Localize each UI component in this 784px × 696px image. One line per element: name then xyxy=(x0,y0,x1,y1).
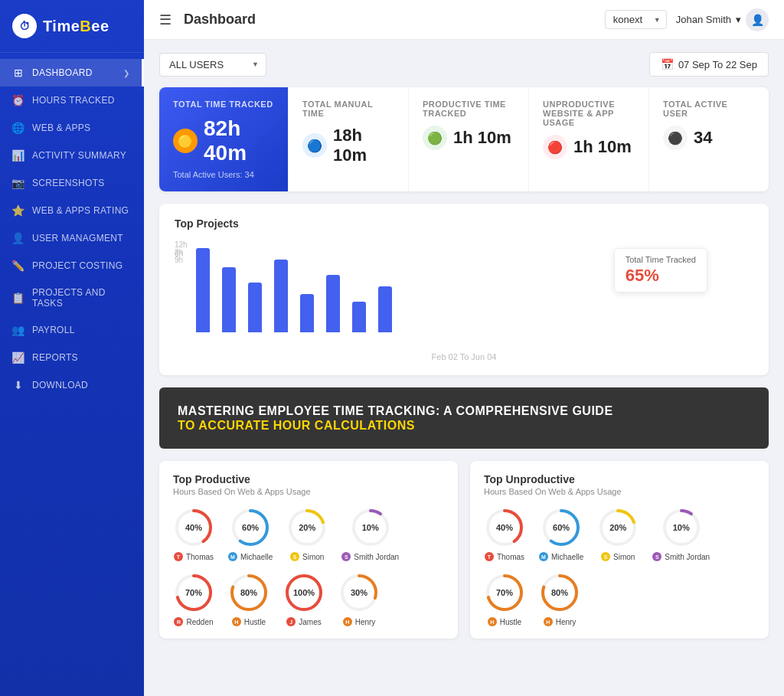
circle-wrap: 80% xyxy=(228,572,270,613)
chart-bar-5 xyxy=(326,275,340,332)
chart-bar-7 xyxy=(378,286,392,332)
circle-item-henry: 80% H Henry xyxy=(539,572,580,626)
circle-user-name: Thomas xyxy=(497,553,524,561)
circle-percent: 30% xyxy=(338,572,380,613)
stat-card-productive-time: Productive Time Tracked 🟢 1h 10m xyxy=(409,87,529,191)
chart-title: Top Projects xyxy=(175,217,753,230)
stat-icon: 🔵 xyxy=(302,133,327,158)
circle-wrap: 80% xyxy=(539,572,580,613)
circle-wrap: 20% xyxy=(286,507,328,548)
circle-item-simon: 20% S Simon xyxy=(597,507,639,561)
productive-circle-grid: 40% T Thomas 60% M Michaelle xyxy=(173,507,444,626)
sidebar-item-projects-tasks[interactable]: 📋 PROJECTS AND TASKS xyxy=(0,279,144,316)
chart-overlay: Total Time Tracked 65% xyxy=(614,248,707,292)
top-unproductive-card: Top Unproductive Hours Based On Web & Ap… xyxy=(470,461,769,639)
sidebar-item-user-management[interactable]: 👤 USER MANAGMENT xyxy=(0,224,144,252)
chart-bar-6 xyxy=(352,302,366,332)
nav-label-payroll: PAYROLL xyxy=(32,325,75,335)
sidebar-item-web-apps-rating[interactable]: ⭐ WEB & APPS RATING xyxy=(0,197,144,224)
sidebar-item-reports[interactable]: 📈 REPORTS xyxy=(0,344,144,371)
user-name: Johan Smith xyxy=(676,14,731,25)
sidebar: ⏱ TimeBee ⊞ DASHBOARD ❯ ⏰ HOURS TRACKED … xyxy=(0,0,144,696)
circle-wrap: 60% xyxy=(541,507,582,548)
nav-icon-project-costing: ✏️ xyxy=(12,260,24,272)
circle-user-name: Michaelle xyxy=(240,553,273,561)
circle-item-redden: 70% R Redden xyxy=(173,572,214,626)
circle-percent: 100% xyxy=(283,572,325,613)
user-dropdown-icon: ▾ xyxy=(736,14,741,25)
circle-name: H Henry xyxy=(343,617,376,626)
circle-percent: 70% xyxy=(484,572,525,613)
sidebar-item-hours-tracked[interactable]: ⏰ HOURS TRACKED xyxy=(0,87,144,114)
circle-item-michaelle: 60% M Michaelle xyxy=(228,507,273,561)
sidebar-item-web-apps[interactable]: 🌐 WEB & APPS xyxy=(0,114,144,142)
bottom-row: Top Productive Hours Based On Web & Apps… xyxy=(159,461,769,639)
top-productive-title: Top Productive xyxy=(173,473,444,485)
nav-icon-screenshots: 📷 xyxy=(12,177,24,189)
overlay-title: Total Time Tracked xyxy=(626,255,696,264)
circle-item-smithjordan: 10% S Smith Jordan xyxy=(341,507,399,561)
stat-value: 82h 40m xyxy=(204,116,274,165)
sidebar-item-payroll[interactable]: 👥 PAYROLL xyxy=(0,316,144,344)
users-filter[interactable]: ALL USERS Active Users xyxy=(159,53,266,77)
main-content: ☰ Dashboard konext Johan Smith ▾ 👤 ALL U… xyxy=(144,0,784,696)
topbar: ☰ Dashboard konext Johan Smith ▾ 👤 xyxy=(144,0,784,40)
top-projects-card: Top Projects 12h 9h 6h 3h Total Time Tra… xyxy=(159,204,769,375)
sidebar-item-screenshots[interactable]: 📷 SCREENSHOTS xyxy=(0,169,144,197)
circle-dot: T xyxy=(485,552,494,561)
menu-icon[interactable]: ☰ xyxy=(159,11,172,28)
nav-label-screenshots: SCREENSHOTS xyxy=(32,178,105,188)
sidebar-item-dashboard[interactable]: ⊞ DASHBOARD ❯ xyxy=(0,59,144,87)
circle-name: H Henry xyxy=(544,617,577,626)
sidebar-item-project-costing[interactable]: ✏️ PROJECT COSTING xyxy=(0,252,144,279)
nav-label-download: DOWNLOAD xyxy=(32,380,88,390)
circle-name: S Simon xyxy=(601,552,635,561)
circle-dot: H xyxy=(488,617,497,626)
circle-item-simon: 20% S Simon xyxy=(286,507,328,561)
sidebar-item-download[interactable]: ⬇ DOWNLOAD xyxy=(0,371,144,399)
nav-label-project-costing: PROJECT COSTING xyxy=(32,260,122,271)
chart-area: 12h 9h 6h 3h Total Time Tracked 65% xyxy=(175,240,753,348)
stat-value: 1h 10m xyxy=(453,128,511,148)
date-range-filter[interactable]: 📅 07 Sep To 22 Sep xyxy=(649,52,769,77)
circle-user-name: Simon xyxy=(613,553,635,561)
stat-label: Total Time Tracked xyxy=(173,100,274,109)
circle-name: T Thomas xyxy=(485,552,524,561)
nav-icon-download: ⬇ xyxy=(12,379,24,391)
chart-bar-group-3 xyxy=(274,260,288,332)
circle-dot: J xyxy=(286,617,296,626)
circle-dot: S xyxy=(290,552,299,561)
circle-dot: H xyxy=(343,617,352,626)
stats-row: Total Time Tracked 🟡 82h 40m Total Activ… xyxy=(159,87,769,191)
stat-label: Total Manual Time xyxy=(302,100,394,118)
top-productive-sub: Hours Based On Web & Apps Usage xyxy=(173,487,444,496)
company-select-wrapper: konext xyxy=(605,10,667,29)
stat-value: 1h 10m xyxy=(573,137,632,157)
circle-percent: 10% xyxy=(661,507,702,548)
nav-label-hours-tracked: HOURS TRACKED xyxy=(32,95,115,106)
nav-icon-activity-summary: 📊 xyxy=(12,149,24,162)
circle-item-hustle: 70% H Hustle xyxy=(484,572,525,626)
nav-label-activity-summary: ACTIVITY SUMMARY xyxy=(32,150,126,161)
page-title: Dashboard xyxy=(184,11,596,28)
company-select[interactable]: konext xyxy=(605,10,667,29)
circle-wrap: 10% xyxy=(350,507,391,548)
avatar: 👤 xyxy=(746,8,769,31)
y-label-3h: 3h xyxy=(175,248,183,257)
circle-dot: S xyxy=(601,552,610,561)
circle-percent: 20% xyxy=(286,507,328,548)
nav-icon-payroll: 👥 xyxy=(12,324,24,336)
circle-wrap: 40% xyxy=(484,507,525,548)
circle-percent: 60% xyxy=(230,507,271,548)
circle-percent: 20% xyxy=(597,507,639,548)
filter-bar: ALL USERS Active Users 📅 07 Sep To 22 Se… xyxy=(159,52,769,77)
circle-user-name: Henry xyxy=(556,618,577,626)
circle-user-name: Thomas xyxy=(186,553,214,561)
logo[interactable]: ⏱ TimeBee xyxy=(0,0,144,53)
sidebar-nav: ⊞ DASHBOARD ❯ ⏰ HOURS TRACKED 🌐 WEB & AP… xyxy=(0,53,144,696)
chart-bar-group-1 xyxy=(222,267,236,332)
user-profile[interactable]: Johan Smith ▾ 👤 xyxy=(676,8,769,31)
circle-name: M Michaelle xyxy=(539,552,583,561)
overlay-value: 65% xyxy=(626,266,696,286)
sidebar-item-activity-summary[interactable]: 📊 ACTIVITY SUMMARY xyxy=(0,142,144,169)
